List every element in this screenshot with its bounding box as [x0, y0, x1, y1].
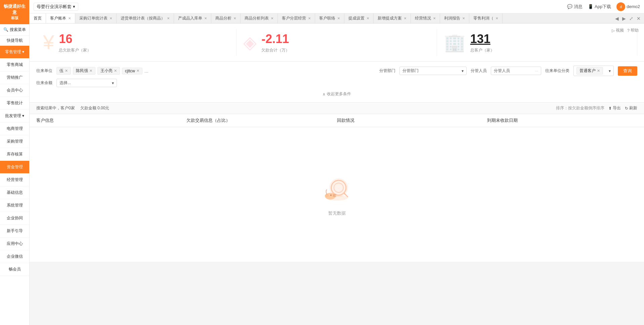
- export-btn[interactable]: ⬆ 导出: [608, 105, 621, 111]
- tag-label: 王小亮: [100, 68, 113, 74]
- sidebar-item-label: 电商管理: [7, 126, 23, 131]
- sidebar-item-app-center[interactable]: 应用中心: [0, 238, 29, 250]
- account-selector[interactable]: 母婴行业演示帐套 ▾: [34, 3, 78, 11]
- search-menu[interactable]: 🔍 搜索菜单: [0, 24, 29, 36]
- tab-product-analysis-list[interactable]: 商品分析列表 ✕: [241, 13, 278, 23]
- sidebar-item-member[interactable]: 畅会员: [0, 263, 29, 276]
- company-filter-tags: 伍 ✕ 陈民强 ✕ 王小亮 ✕ cjttcw ✕ ...: [56, 67, 375, 75]
- sidebar-item-purchase[interactable]: 采购管理: [0, 135, 29, 148]
- video-btn[interactable]: ▷ 视频: [612, 28, 624, 33]
- sidebar-item-marketing[interactable]: 营销推广: [0, 71, 29, 84]
- tab-home[interactable]: 首页: [30, 13, 46, 23]
- tab-close-icon[interactable]: ✕: [337, 16, 340, 20]
- sidebar-item-membership[interactable]: 会员中心: [0, 84, 29, 97]
- avatar: d: [616, 2, 625, 11]
- help-btn[interactable]: ? 帮助: [627, 28, 639, 33]
- category-select[interactable]: 普通客户 ✕ ▾: [573, 66, 614, 76]
- sidebar-item-label: 新手引导: [7, 228, 23, 233]
- sidebar-item-label: 应用中心: [7, 241, 23, 246]
- tab-product-inbound[interactable]: 产成品入库单 ✕: [174, 13, 211, 23]
- filter-tag-close-cjttcw[interactable]: ✕: [136, 69, 139, 73]
- category-tag: 普通客户 ✕: [576, 67, 603, 75]
- query-button[interactable]: 查询: [618, 66, 637, 76]
- tab-close-icon[interactable]: ✕: [496, 16, 498, 20]
- quick-nav[interactable]: 快捷导航: [0, 36, 29, 46]
- sidebar-item-enterprise-wechat[interactable]: 企业微信: [0, 250, 29, 263]
- data-table: 客户信息 欠款交易信息（占比） 回款情况 到期未收款日期: [30, 114, 644, 262]
- collapse-label: 收起更多条件: [327, 91, 351, 97]
- tab-customer-capital[interactable]: 客户账本 ✕: [46, 13, 75, 23]
- sidebar-item-inventory[interactable]: 库存核算: [0, 148, 29, 161]
- tab-prev-btn[interactable]: ◀: [614, 15, 620, 22]
- manager-filter-label: 分管人员: [471, 68, 487, 74]
- sidebar-item-enterprise[interactable]: 企业协同: [0, 212, 29, 225]
- tab-maximize-btn[interactable]: ⤢: [628, 15, 635, 22]
- tab-profit-report[interactable]: 利润报告 ✕: [440, 13, 469, 23]
- manager-input[interactable]: 分管人员 ···: [491, 67, 541, 75]
- tab-label: 进货单统计表（按商品）: [121, 15, 165, 21]
- tab-customer-contact[interactable]: 客户联络 ✕: [315, 13, 344, 23]
- stat-total-customers: 🏢 131 总客户（家）: [437, 29, 637, 56]
- department-select[interactable]: 分管部门 ▾: [399, 67, 467, 75]
- tab-purchase-stat[interactable]: 进货单统计表（按商品） ✕: [117, 13, 174, 23]
- tab-product-analysis[interactable]: 商品分析 ✕: [211, 13, 241, 23]
- tab-promotion-settings[interactable]: 提成设置 ✕: [344, 13, 374, 23]
- sidebar-item-ecommerce[interactable]: 电商管理: [0, 122, 29, 135]
- filter-area: 往来单位 伍 ✕ 陈民强 ✕ 王小亮 ✕ cjttcw: [30, 62, 644, 103]
- tab-close-icon[interactable]: ✕: [68, 16, 71, 20]
- table-header: 客户信息 欠款交易信息（占比） 回款情况 到期未收款日期: [30, 114, 644, 127]
- category-tag-close[interactable]: ✕: [597, 69, 600, 73]
- app-download-btn[interactable]: 📱 App下载: [588, 4, 611, 10]
- refresh-btn[interactable]: ↻ 刷新: [625, 105, 637, 111]
- result-debt-summary: 欠款金额 0.00元: [80, 105, 110, 111]
- collapse-btn[interactable]: ∧ 收起更多条件: [36, 90, 637, 98]
- tab-close-icon[interactable]: ✕: [433, 16, 436, 20]
- more-tags-btn[interactable]: ...: [144, 68, 148, 74]
- tab-close-icon[interactable]: ✕: [110, 16, 112, 20]
- tab-close-icon[interactable]: ✕: [167, 16, 170, 20]
- balance-select[interactable]: 选择... ▾: [56, 79, 117, 87]
- tab-close-icon[interactable]: ✕: [308, 16, 311, 20]
- col-repayment: 回款情况: [337, 117, 487, 123]
- phone-icon: 📱: [588, 4, 593, 9]
- sidebar-item-wholesale[interactable]: 批发管理 ▾: [0, 110, 29, 122]
- tab-close-icon[interactable]: ✕: [367, 16, 369, 20]
- stat-value-debt-amount: -2.11: [261, 32, 290, 46]
- sidebar-item-operations[interactable]: 经营管理: [0, 174, 29, 186]
- tab-retail-profit[interactable]: 零售利润（ ✕: [469, 13, 503, 23]
- tab-purchase-order[interactable]: 采购订单统计表 ✕: [75, 13, 117, 23]
- chevron-down-icon: ▾: [112, 81, 114, 85]
- result-actions: 排序：按欠款金额倒序排序 ⬆ 导出 ↻ 刷新: [556, 105, 637, 111]
- sidebar-item-retail-mall[interactable]: 零售商城: [0, 59, 29, 71]
- sort-label[interactable]: 排序：按欠款金额倒序排序: [556, 105, 604, 111]
- tab-close-icon[interactable]: ✕: [462, 16, 465, 20]
- chevron-down-icon: ▾: [609, 69, 611, 73]
- messages-btn[interactable]: 💬 消息: [567, 4, 583, 10]
- user-profile[interactable]: d demo2: [616, 2, 640, 11]
- sidebar-item-system[interactable]: 系统管理: [0, 199, 29, 212]
- sidebar-item-label: 经营管理: [7, 177, 23, 182]
- tab-customer-segment[interactable]: 客户分层经营 ✕: [278, 13, 315, 23]
- sidebar-item-finance[interactable]: 资金管理: [0, 161, 29, 174]
- manager-placeholder: 分管人员: [494, 68, 510, 74]
- filter-tag-close-wu[interactable]: ✕: [65, 69, 68, 73]
- tab-close-icon[interactable]: ✕: [204, 16, 207, 20]
- sidebar-item-label: 畅会员: [9, 267, 21, 272]
- tab-label: 采购订单统计表: [79, 15, 108, 21]
- tab-close-icon[interactable]: ✕: [233, 16, 236, 20]
- tab-close-icon[interactable]: ✕: [271, 16, 273, 20]
- tab-next-btn[interactable]: ▶: [621, 15, 627, 22]
- filter-tag-close-chen[interactable]: ✕: [89, 69, 92, 73]
- sidebar-item-retail[interactable]: 零售管理 ▾: [0, 46, 29, 59]
- tab-operation-status[interactable]: 经营情况 ✕: [411, 13, 440, 23]
- tab-close-all-btn[interactable]: ✕: [635, 15, 642, 22]
- tab-new-promotion[interactable]: 新增提成方案 ✕: [374, 13, 411, 23]
- filter-tag-close-wang[interactable]: ✕: [114, 69, 117, 73]
- sidebar-item-label: 批发管理 ▾: [5, 113, 24, 118]
- sidebar-item-basic[interactable]: 基础信息: [0, 186, 29, 199]
- sidebar-item-new-guide[interactable]: 新手引导: [0, 225, 29, 238]
- tab-close-icon[interactable]: ✕: [404, 16, 406, 20]
- balance-placeholder: 选择...: [59, 80, 71, 86]
- sidebar-item-retail-stats[interactable]: 零售统计: [0, 97, 29, 110]
- account-selector-label: 母婴行业演示帐套: [37, 4, 72, 10]
